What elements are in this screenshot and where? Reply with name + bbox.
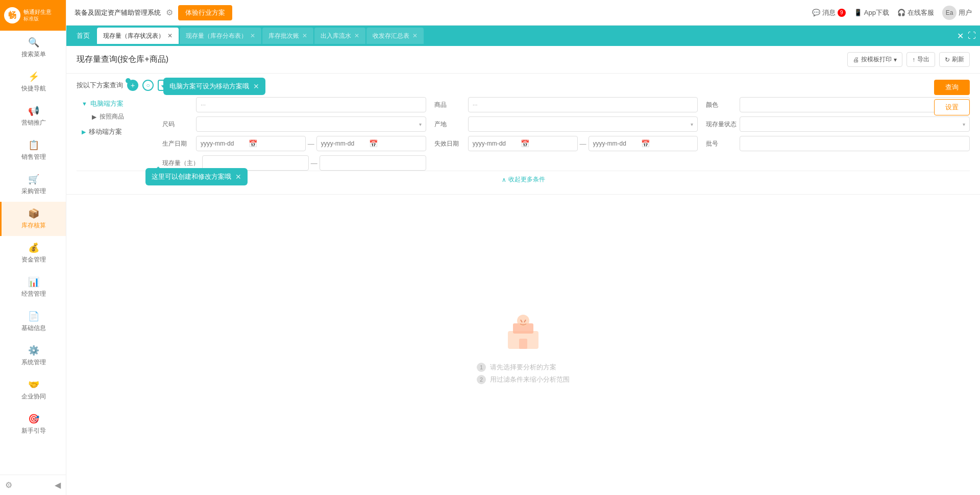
size-filter: 尺码 ▾ [162, 116, 426, 132]
pc-scheme-node[interactable]: ▼ 电脑端方案 [82, 97, 158, 110]
content-area: 现存量查询(按仓库+商品) 🖨 按模板打印 ▾ ↑ 导出 ↻ 刷新 [66, 46, 980, 495]
sidebar-item-search[interactable]: 🔍 搜索菜单 [0, 31, 66, 65]
arrow-down-icon: ▼ [82, 101, 87, 107]
sidebar-item-basicinfo[interactable]: 📄 基础信息 [0, 304, 66, 339]
tooltip-1-text: 电脑方案可设为移动方案哦 [169, 82, 249, 91]
sales-icon: 📋 [28, 139, 39, 151]
sidebar-item-marketing[interactable]: 📢 营销推广 [0, 99, 66, 133]
set-button[interactable]: 设置 [934, 99, 970, 115]
step-2-text: 用过滤条件来缩小分析范围 [490, 375, 570, 384]
tab-close-icon[interactable]: ✕ [250, 32, 255, 39]
warehouse-control[interactable]: ··· [196, 97, 426, 112]
sidebar-bottom: ⚙ ◀ [0, 475, 66, 495]
pc-scheme-label: 电脑端方案 [90, 99, 124, 108]
export-btn[interactable]: ↑ 导出 [906, 52, 935, 67]
close-all-tabs-icon[interactable]: ✕ [957, 31, 964, 41]
tab-inout-flow[interactable]: 出入库流水 ✕ [314, 28, 365, 44]
tooltip-1-close[interactable]: ✕ [253, 82, 259, 90]
sidebar-item-enterprise[interactable]: 🤝 企业协同 [0, 373, 66, 407]
pc-sub-bullet: ▶ [92, 113, 96, 121]
tab-inventory-dist[interactable]: 现存量（库存分布表） ✕ [180, 28, 261, 44]
prod-date-label: 生产日期 [162, 139, 193, 148]
mobile-scheme-node[interactable]: ▶ 移动端方案 [82, 125, 158, 138]
sidebar-item-purchase[interactable]: 🛒 采购管理 [0, 168, 66, 202]
filter-add-wrapper: + [127, 80, 138, 91]
refresh-btn[interactable]: ↻ 刷新 [939, 52, 970, 67]
expire-date-end-input[interactable] [593, 140, 639, 147]
search-icon: 🔍 [28, 37, 39, 48]
query-button[interactable]: 查询 [934, 80, 970, 95]
sidebar-item-operations[interactable]: 📊 经营管理 [0, 270, 66, 304]
prod-date-end[interactable]: 📅 [316, 136, 426, 151]
size-control[interactable]: ▾ [196, 116, 426, 132]
stock-status-control[interactable]: ▾ [740, 116, 970, 132]
expire-date-start-input[interactable] [473, 140, 519, 147]
sidebar-item-label: 库存核算 [21, 221, 46, 230]
logo-text: 畅通好生意 [23, 8, 52, 15]
filter-title: 按以下方案查询 [77, 81, 123, 90]
batch-label: 批号 [706, 139, 737, 148]
message-badge: 9 [838, 9, 846, 17]
service-icon: 🎧 [897, 9, 905, 16]
empty-state: 1 请先选择要分析的方案 2 用过滤条件来缩小分析范围 [66, 195, 980, 495]
sidebar-item-label: 搜索菜单 [21, 50, 46, 59]
size-caret-icon: ▾ [419, 122, 422, 127]
prod-date-start[interactable]: 📅 [196, 136, 306, 151]
tooltip-1: 电脑方案可设为移动方案哦 ✕ [163, 78, 265, 95]
tab-home[interactable]: 首页 [70, 28, 96, 44]
date-dash: — [308, 140, 314, 148]
tab-close-icon[interactable]: ✕ [354, 32, 359, 39]
goods-control[interactable]: ··· [468, 97, 698, 112]
sidebar-item-inventory[interactable]: 📦 库存核算 [0, 202, 66, 236]
user-btn[interactable]: Ea 用户 [942, 6, 972, 20]
tab-close-icon[interactable]: ✕ [412, 32, 418, 39]
topbar-right: 💬 消息 9 📱 App下载 🎧 在线客服 Ea 用户 [812, 6, 972, 20]
service-btn[interactable]: 🎧 在线客服 [897, 8, 934, 17]
expire-date-end[interactable]: 📅 [589, 136, 698, 151]
prod-date-start-input[interactable] [201, 140, 247, 147]
print-btn[interactable]: 🖨 按模板打印 ▾ [847, 52, 902, 67]
sidebar-item-sales[interactable]: 📋 销售管理 [0, 133, 66, 168]
prod-date-filter: 生产日期 📅 — 📅 [162, 136, 426, 151]
sidebar-item-guide[interactable]: 🎯 新手引导 [0, 407, 66, 441]
stock-main-end[interactable] [320, 155, 426, 171]
topbar-gear-icon[interactable]: ⚙ [166, 8, 173, 17]
tooltip-2-close[interactable]: ✕ [235, 173, 241, 181]
tab-inventory-status[interactable]: 现存量（库存状况表） ✕ [97, 28, 179, 44]
tab-recv-summary[interactable]: 收发存汇总表 ✕ [366, 28, 424, 44]
app-download-btn[interactable]: 📱 App下载 [854, 8, 889, 17]
warehouse-filter: ··· [162, 97, 426, 112]
pc-sub-item[interactable]: ▶ 按照商品 [92, 110, 158, 123]
sidebar-item-quick[interactable]: ⚡ 快捷导航 [0, 65, 66, 99]
collapse-sidebar-icon[interactable]: ◀ [55, 480, 61, 490]
message-icon: 💬 [812, 9, 820, 16]
message-btn[interactable]: 💬 消息 9 [812, 8, 846, 17]
filter-main-row: ▼ 电脑端方案 ▶ 按照商品 ▶ 移动端方案 [77, 97, 970, 171]
calendar-icon-3: 📅 [521, 139, 529, 148]
expire-date-start[interactable]: 📅 [468, 136, 578, 151]
tab-close-icon[interactable]: ✕ [302, 32, 307, 39]
sidebar-item-system[interactable]: ⚙️ 系统管理 [0, 339, 66, 373]
prod-date-end-input[interactable] [321, 140, 367, 147]
step-1-text: 请先选择要分析的方案 [490, 363, 556, 372]
sidebar: 畅 畅通好生意 标准版 🔍 搜索菜单 ⚡ 快捷导航 📢 营销推广 📋 销售管理 … [0, 0, 66, 495]
basicinfo-icon: 📄 [28, 311, 39, 322]
dot-indicator [126, 78, 131, 83]
industry-btn[interactable]: 体验行业方案 [178, 5, 232, 20]
batch-control[interactable] [740, 136, 970, 151]
empty-steps: 1 请先选择要分析的方案 2 用过滤条件来缩小分析范围 [477, 363, 570, 384]
origin-control[interactable]: ▾ [468, 116, 698, 132]
topbar: 装备及固定资产辅助管理系统 ⚙ 体验行业方案 💬 消息 9 📱 App下载 🎧 … [66, 0, 980, 26]
origin-label: 产地 [434, 120, 465, 129]
sidebar-item-finance[interactable]: 💰 资金管理 [0, 236, 66, 270]
expand-icon[interactable]: ⛶ [968, 31, 976, 40]
tab-close-icon[interactable]: ✕ [167, 32, 173, 39]
tab-batch-ledger[interactable]: 库存批次账 ✕ [262, 28, 313, 44]
quick-icon: ⚡ [28, 71, 39, 82]
logo-sub: 标准版 [23, 15, 52, 22]
edit-scheme-btn[interactable]: ○ [142, 80, 154, 91]
filter-scheme-tree: ▼ 电脑端方案 ▶ 按照商品 ▶ 移动端方案 [77, 97, 158, 138]
tabs-bar: 首页 现存量（库存状况表） ✕ 现存量（库存分布表） ✕ 库存批次账 ✕ 出入库… [66, 26, 980, 46]
filter-row-3: 生产日期 📅 — 📅 [162, 136, 970, 151]
settings-bottom-icon[interactable]: ⚙ [5, 480, 12, 490]
